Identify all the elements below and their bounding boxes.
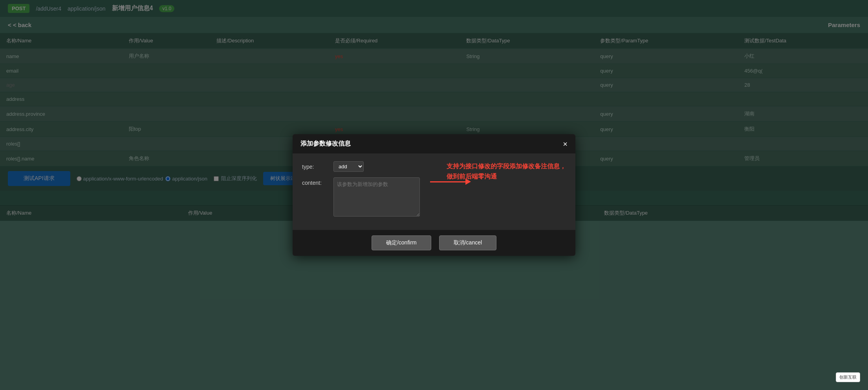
modal-header: 添加参数修改信息 × xyxy=(293,134,575,153)
red-arrow xyxy=(430,179,471,185)
arrow-head xyxy=(465,179,471,185)
type-label: type: xyxy=(302,161,330,170)
modal-dialog: 添加参数修改信息 × type: add modify delete conte… xyxy=(293,134,575,221)
annotation-line2: 做到前后端零沟通 xyxy=(447,173,497,180)
arrow-line xyxy=(430,181,465,182)
modal-form: type: add modify delete content: xyxy=(302,161,420,221)
content-row: content: xyxy=(302,177,420,217)
modal-overlay: 添加参数修改信息 × type: add modify delete conte… xyxy=(0,0,868,221)
modal-title: 添加参数修改信息 xyxy=(300,140,351,148)
modal-body: type: add modify delete content: xyxy=(293,153,575,221)
type-select[interactable]: add modify delete xyxy=(333,161,364,172)
annotation-line1: 支持为接口修改的字段添加修改备注信息， xyxy=(447,163,566,169)
modal-close-button[interactable]: × xyxy=(563,140,568,148)
type-row: type: add modify delete xyxy=(302,161,420,172)
content-label: content: xyxy=(302,177,330,186)
modal-annotation: 支持为接口修改的字段添加修改备注信息， 做到前后端零沟通 xyxy=(447,161,566,181)
content-textarea[interactable] xyxy=(333,177,420,217)
